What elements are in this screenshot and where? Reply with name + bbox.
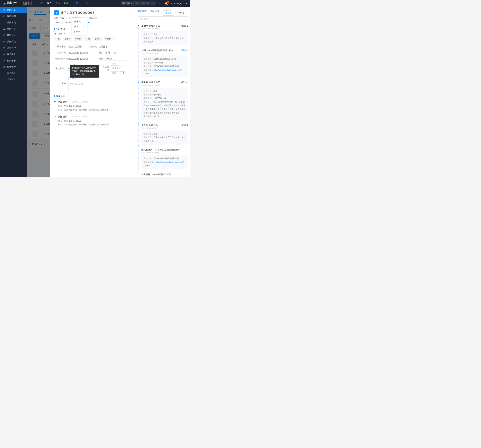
sidebar-item[interactable]: ⊞客户继承 — [0, 51, 27, 57]
ptag-chip-1[interactable]: 标签1 — [111, 62, 119, 66]
timeline-time: 2020/01/30 01:38:27 — [142, 127, 188, 129]
right-tab[interactable]: 聊天记录 — [150, 10, 159, 14]
mod-history-item: 小王 更新了 2021/01/30 01:38:27微信：空值–13672182… — [54, 115, 131, 130]
grp-label: 所在群聊： — [89, 16, 99, 19]
sidebar-item[interactable]: ☰我的订单 — [0, 26, 27, 32]
ptag-label: 个人标签 — [101, 66, 109, 71]
ptag-chip-12[interactable]: 个人标签12 — [111, 67, 124, 70]
timeline-title: 购买 — [142, 49, 146, 52]
sect-mod-title: 修改记录 — [56, 95, 65, 98]
customer-tag[interactable]: 高意向 — [93, 37, 102, 41]
group-chip[interactable]: 群聊三 — [54, 21, 62, 24]
nav-item[interactable]: 数据 — [64, 2, 68, 5]
timeline-card: 客户经理：小王客户姓名：唔吃唔吃手机号码：19833528160备注：但无论是哪… — [142, 88, 188, 120]
tag-more[interactable]: +4 — [114, 37, 120, 41]
sidebar-sub-item[interactable]: 客户标签 — [0, 70, 27, 76]
customer-tag[interactable]: 一般 — [54, 37, 61, 41]
user-menu[interactable]: manager11 ▾ — [171, 2, 187, 5]
dropdown-option[interactable]: 师馨薇 — [72, 19, 87, 24]
timeline-item: 报名单 创建人小王已失败2020/01/30 01:38:27客户经理：小王客户… — [138, 81, 188, 124]
mobile-icon[interactable]: ▭ — [159, 2, 161, 5]
nav-item[interactable]: 客户 — [47, 2, 52, 5]
customer-tag[interactable]: 高意向 — [63, 37, 72, 41]
customer-drawer: 🗂 微信名称6789990000966 昵称：小王 | 客户经理：张三 ▴ | … — [50, 7, 190, 177]
timeline-time: 2020/01/30 01:38:27 — [142, 28, 188, 30]
timeline-card: 跟单方式：电话跟单内容：只是了解在线教育方面的信息，暂时无购买意向。 — [142, 131, 188, 145]
tag-label: 客户标签 — [54, 32, 63, 35]
sidebar-item[interactable]: ✎删人记录 — [0, 57, 27, 64]
sidebar-icon: ⊞ — [3, 40, 5, 43]
sidebar-item[interactable]: ◷我的好友 — [0, 7, 27, 13]
chevron-up-icon: ⌃ — [22, 66, 24, 68]
sidebar-item-label: 删人记录 — [7, 59, 16, 62]
customer-tag[interactable]: 中意向 — [74, 37, 83, 41]
main-nav: 推广客户质检数据👤📞 — [39, 2, 88, 5]
logo-cloud-icon: ☁ — [3, 2, 6, 5]
nav-item[interactable]: 推广 — [39, 2, 43, 5]
sidebar-item[interactable]: ⊞我的商品 — [0, 39, 27, 45]
last-chat-label: 最近聊天时间 — [54, 57, 68, 60]
phone-label: 手机号码 — [54, 67, 64, 70]
notif-badge: 5 — [167, 1, 169, 3]
timeline-card: 通过群聊【759-59班理财训练营】购买直播间链接：http://www.yun… — [142, 155, 188, 169]
timeline-dot-icon — [138, 82, 139, 83]
phone-icon[interactable]: 📞 — [85, 2, 88, 5]
sect-info-title: 客户信息 — [56, 27, 65, 31]
sidebar-item[interactable]: ✆电话记录 — [0, 32, 27, 39]
last-chat-value: 2021/09/10 12:00:00 — [68, 57, 88, 60]
sidebar-item-label: 标签管理 — [7, 66, 16, 69]
status-badge: 已失败 — [180, 81, 188, 84]
sidebar-item[interactable]: 🏷标签管理⌃ — [0, 64, 27, 70]
nav-item[interactable]: 质检 — [55, 2, 60, 5]
timeline-card: 课程名称：4399理财课进阶课大礼包已付款项：2218989元通过群聊【759-… — [142, 56, 188, 77]
timeline-dot-icon — [54, 101, 56, 102]
user-icon[interactable]: 👤 — [75, 2, 78, 5]
right-tab[interactable]: 客户动态 — [138, 10, 146, 14]
search-icon[interactable]: ⌕ — [152, 2, 156, 5]
sidebar-icon: ✎ — [3, 60, 5, 62]
gender-male-radio[interactable]: 男 — [105, 51, 110, 54]
bell-icon[interactable]: 🔔5 — [165, 2, 168, 5]
timeline-dot-icon — [138, 124, 139, 126]
sidebar-item[interactable]: ▽我的学员 — [0, 19, 27, 26]
place-order-button[interactable]: 代下单 — [163, 11, 174, 16]
nick-value: 小王 — [60, 16, 64, 19]
sidebar-item-label: 我的订单 — [7, 27, 16, 31]
chevron-down-icon: ⌄ — [184, 18, 186, 20]
dropdown-option[interactable]: 张三✓ — [72, 24, 87, 29]
check-icon: ✓ — [83, 25, 84, 28]
customer-tag[interactable]: 中意向 — [104, 37, 113, 41]
group-more-chip[interactable]: +4 — [87, 21, 91, 24]
search-type-select[interactable]: 手机号码 ▾ — [120, 1, 134, 6]
view-detail-link[interactable]: 查看详情 — [180, 49, 188, 52]
nick-label: 昵称： — [54, 16, 60, 19]
wechat-input[interactable] — [105, 57, 127, 61]
pay-deposit-button[interactable]: 交定金 — [175, 11, 187, 16]
sidebar-item-label: 我的群聊 — [7, 15, 16, 18]
friend-value: 名片分享 — [99, 45, 108, 48]
sidebar-item-label: 我的商品 — [7, 40, 16, 43]
search-input[interactable] — [134, 1, 152, 5]
timeline-title: 进入直播间 — [142, 148, 152, 151]
filter-dynamics-select[interactable]: 全部动态⌄ — [138, 16, 188, 21]
edit-tags-icon[interactable]: ✎ — [64, 33, 66, 35]
ptag-more[interactable]: +4 — [120, 71, 125, 75]
gender-female-radio[interactable]: 女 — [113, 51, 117, 54]
dropdown-option[interactable]: 俱保咏 — [72, 29, 87, 34]
sidebar-item[interactable]: ⊞我的群聊 — [0, 13, 27, 19]
sidebar-icon: ☰ — [3, 28, 5, 30]
customer-tag[interactable]: 一般 — [84, 37, 91, 41]
sidebar-icon: ▽ — [3, 21, 5, 24]
gender-label: 性别 — [93, 51, 103, 54]
sidebar-sub-item[interactable]: 群聊标签 — [0, 76, 27, 83]
note-textarea[interactable]: 请输入备注内容 — [68, 81, 90, 91]
timeline-time: 2021/01/30 01:38:27 — [142, 53, 188, 54]
ptag-chip-1b[interactable]: 标签1 — [111, 71, 119, 75]
timeline-sub: 创建人小王 — [149, 81, 160, 84]
sidebar: ◷我的好友⊞我的群聊▽我的学员☰我的订单✆电话记录⊞我的商品⟳流失客户⊞客户继承… — [0, 7, 27, 177]
timeline-sub: 759-59班理财训练营 — [151, 173, 171, 176]
note-label: 备注 — [54, 81, 66, 84]
customer-icon: 🗂 — [54, 10, 59, 15]
timeline-sub: 创建人小王 — [149, 24, 160, 27]
sidebar-item[interactable]: ⟳流失客户 — [0, 45, 27, 51]
